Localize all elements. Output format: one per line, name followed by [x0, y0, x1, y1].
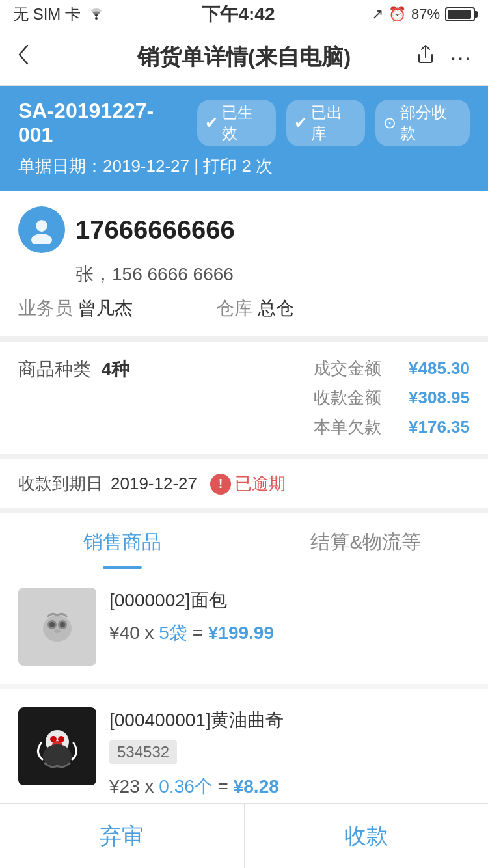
- product-item: [0000002]面包 ¥40 x 5袋 = ¥199.99: [0, 569, 488, 684]
- status-time: 下午4:42: [202, 2, 275, 27]
- summary-right: 成交金额 ¥485.30 收款金额 ¥308.95 本单欠款 ¥176.35: [314, 357, 470, 439]
- nav-bar: 销货单详情(来自电脑) ···: [0, 29, 488, 86]
- avatar: [18, 206, 65, 253]
- page-title: 销货单详情(来自电脑): [137, 42, 351, 72]
- back-button[interactable]: [16, 36, 42, 78]
- bottom-bar: 弃审 收款: [0, 803, 488, 868]
- due-section: 收款到期日 2019-12-27 ! 已逾期: [0, 459, 488, 513]
- battery-text: 87%: [411, 6, 440, 23]
- product-tag: 534532: [109, 740, 177, 764]
- product-name: [000400001]黄油曲奇: [109, 707, 470, 733]
- tab-products[interactable]: 销售商品: [0, 513, 244, 569]
- product-info: [0000002]面包 ¥40 x 5袋 = ¥199.99: [109, 588, 470, 645]
- svg-point-1: [36, 220, 47, 232]
- status-right: ↗ ⏰ 87%: [372, 6, 475, 23]
- customer-detail: 张，156 6666 6666: [18, 262, 470, 287]
- check-icon: ✔: [205, 114, 218, 132]
- status-left: 无 SIM 卡: [13, 4, 105, 25]
- badge-effective: ✔ 已生效: [197, 100, 276, 146]
- check2-icon: ✔: [294, 114, 307, 132]
- received-row: 收款金额 ¥308.95: [314, 387, 470, 409]
- nav-actions: ···: [414, 43, 472, 71]
- customer-section: 17666666666 张，156 6666 6666 业务员 曾凡杰 仓库 总…: [0, 191, 488, 342]
- status-bar: 无 SIM 卡 下午4:42 ↗ ⏰ 87%: [0, 0, 488, 29]
- svg-point-2: [31, 234, 52, 244]
- svg-point-3: [43, 616, 72, 642]
- tab-settlement[interactable]: 结算&物流等: [244, 513, 488, 569]
- sales-meta: 业务员 曾凡杰: [18, 296, 133, 321]
- badge-partial: ⊙ 部分收款: [375, 100, 470, 146]
- svg-point-8: [54, 629, 61, 633]
- overdue-badge: ! 已逾期: [210, 472, 286, 495]
- order-meta: 单据日期：2019-12-27 | 打印 2 次: [18, 155, 470, 178]
- customer-name: 17666666666: [75, 215, 235, 245]
- svg-point-0: [95, 17, 98, 20]
- confirm-button[interactable]: 收款: [245, 804, 489, 868]
- order-id: SA-20191227-001: [18, 99, 187, 147]
- alarm-icon: ⏰: [388, 6, 406, 23]
- location-icon: ↗: [372, 6, 383, 23]
- product-thumbnail: [18, 588, 96, 666]
- amount-row: 成交金额 ¥485.30: [314, 357, 470, 380]
- carrier-text: 无 SIM 卡: [13, 4, 81, 25]
- svg-point-6: [49, 622, 55, 627]
- product-name: [0000002]面包: [109, 588, 470, 613]
- order-banner: SA-20191227-001 ✔ 已生效 ✔ 已出库 ⊙ 部分收款 单据日期：…: [0, 86, 488, 191]
- product-price: ¥40 x 5袋 = ¥199.99: [109, 621, 470, 645]
- debt-row: 本单欠款 ¥176.35: [314, 416, 470, 439]
- cancel-button[interactable]: 弃审: [0, 804, 245, 868]
- product-price: ¥23 x 0.36个 = ¥8.28: [109, 774, 470, 799]
- summary-left: 商品种类 4种: [18, 357, 129, 439]
- share-button[interactable]: [414, 43, 437, 71]
- badge-shipped: ✔ 已出库: [286, 100, 365, 146]
- warehouse-meta: 仓库 总仓: [216, 296, 294, 321]
- clock-icon: ⊙: [383, 114, 396, 132]
- product-info: [000400001]黄油曲奇 534532 ¥23 x 0.36个 = ¥8.…: [109, 707, 470, 799]
- overdue-icon: !: [210, 474, 231, 495]
- more-button[interactable]: ···: [450, 44, 472, 70]
- customer-meta: 业务员 曾凡杰 仓库 总仓: [18, 296, 470, 321]
- product-item: [000400001]黄油曲奇 534532 ¥23 x 0.36个 = ¥8.…: [0, 689, 488, 817]
- tabs: 销售商品 结算&物流等: [0, 513, 488, 569]
- battery-icon: [445, 7, 475, 21]
- summary-section: 商品种类 4种 成交金额 ¥485.30 收款金额 ¥308.95 本单欠款 ¥…: [0, 342, 488, 459]
- wifi-icon: [87, 5, 105, 23]
- svg-point-7: [60, 622, 65, 627]
- product-thumbnail: [18, 707, 96, 785]
